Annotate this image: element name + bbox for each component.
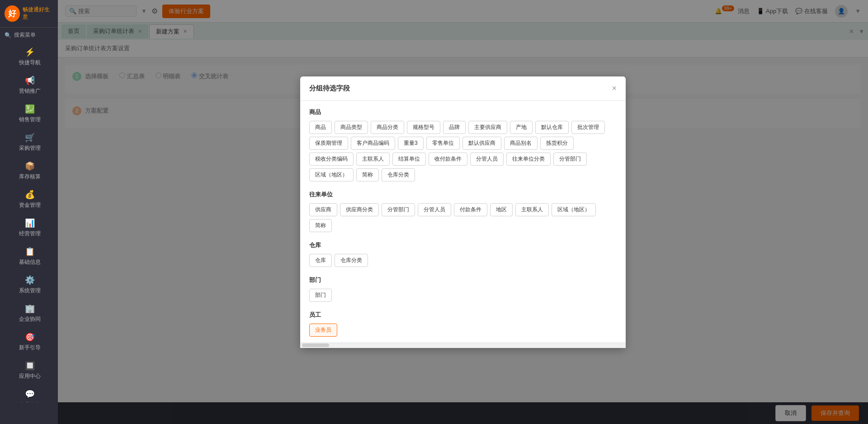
sidebar-label-purchase: 采购管理 <box>19 144 41 152</box>
sidebar-icon-operations: 📊 <box>25 218 35 228</box>
sidebar-label-guide: 新手引导 <box>19 344 41 352</box>
sidebar-item-operations[interactable]: 📊 经营管理 <box>0 214 58 242</box>
field-tag-product-0[interactable]: 商品 <box>309 121 332 134</box>
sidebar-icon-finance: 💰 <box>25 190 35 200</box>
section-title-partner: 往来单位 <box>309 191 617 199</box>
field-tag-warehouse-0[interactable]: 仓库 <box>309 254 332 267</box>
field-tag-product-8[interactable]: 批次管理 <box>571 121 605 134</box>
field-section-product: 商品商品商品类型商品分类规格型号品牌主要供应商产地默认仓库批次管理保质期管理客户… <box>309 108 617 181</box>
modal-close-button[interactable]: × <box>612 84 617 93</box>
sidebar-label-enterprise: 企业协同 <box>19 315 41 323</box>
field-tag-product-13[interactable]: 默认供应商 <box>462 137 501 150</box>
field-tag-product-4[interactable]: 品牌 <box>443 121 466 134</box>
field-tag-product-21[interactable]: 往来单位分类 <box>506 152 551 166</box>
field-tag-product-16[interactable]: 税收分类编码 <box>309 152 354 166</box>
sidebar-item-appstore[interactable]: 🔲 应用中心 <box>0 356 58 385</box>
modal-title: 分组待选字段 <box>309 84 350 93</box>
sidebar-icon-guide: 🎯 <box>25 332 35 342</box>
field-tag-partner-5[interactable]: 地区 <box>490 203 513 216</box>
field-tag-product-5[interactable]: 主要供应商 <box>468 121 507 134</box>
field-tag-product-12[interactable]: 零售单位 <box>426 137 460 150</box>
sidebar-item-guide[interactable]: 🎯 新手引导 <box>0 328 58 356</box>
sidebar-label-marketing: 营销推广 <box>19 87 41 95</box>
sidebar-label-system: 系统管理 <box>19 287 41 295</box>
field-tag-partner-2[interactable]: 分管部门 <box>382 203 415 216</box>
scrollbar-thumb[interactable] <box>302 343 329 347</box>
field-tags-product: 商品商品类型商品分类规格型号品牌主要供应商产地默认仓库批次管理保质期管理客户商品… <box>309 121 617 181</box>
sidebar-icon-appstore: 🔲 <box>25 361 35 371</box>
sidebar-icon-basic: 📋 <box>25 247 35 257</box>
field-tag-product-25[interactable]: 仓库分类 <box>382 168 415 181</box>
sidebar-icon-marketing: 📢 <box>25 76 35 86</box>
field-tag-product-9[interactable]: 保质期管理 <box>309 137 348 150</box>
modal-body: 商品商品商品类型商品分类规格型号品牌主要供应商产地默认仓库批次管理保质期管理客户… <box>300 101 626 343</box>
sidebar-icon-quick-nav: ⚡ <box>25 47 35 57</box>
field-tag-product-10[interactable]: 客户商品编码 <box>351 137 395 150</box>
field-tags-partner: 供应商供应商分类分管部门分管人员付款条件地区主联系人区域（地区）简称 <box>309 203 617 232</box>
section-title-product: 商品 <box>309 108 617 116</box>
field-tag-product-15[interactable]: 拣货积分 <box>540 137 574 150</box>
sidebar-item-system[interactable]: ⚙️ 系统管理 <box>0 271 58 299</box>
sidebar-item-quick-nav[interactable]: ⚡ 快捷导航 <box>0 43 58 71</box>
field-tag-product-18[interactable]: 结算单位 <box>392 152 426 166</box>
sidebar-icon-purchase: 🛒 <box>25 133 35 143</box>
field-tag-partner-4[interactable]: 付款条件 <box>454 203 487 216</box>
field-tag-product-7[interactable]: 默认仓库 <box>535 121 569 134</box>
field-tag-product-19[interactable]: 收付款条件 <box>429 152 467 166</box>
logo-icon: 好 <box>5 5 20 22</box>
sidebar: 好 畅捷通好生意 🔍 搜索菜单 ⚡ 快捷导航 📢 营销推广 💹 销售管理 🛒 采… <box>0 0 58 424</box>
sidebar-item-inventory[interactable]: 📦 库存核算 <box>0 157 58 185</box>
sidebar-icon-inventory: 📦 <box>25 161 35 171</box>
sidebar-item-basic[interactable]: 📋 基础信息 <box>0 242 58 271</box>
field-tag-product-22[interactable]: 分管部门 <box>553 152 587 166</box>
field-tags-warehouse: 仓库仓库分类 <box>309 254 617 267</box>
logo-text: 畅捷通好生意 <box>23 6 53 20</box>
search-menu[interactable]: 🔍 搜索菜单 <box>0 28 58 43</box>
sidebar-item-finance[interactable]: 💰 资金管理 <box>0 185 58 214</box>
sidebar-icon-sales: 💹 <box>25 104 35 114</box>
sidebar-icon-system: ⚙️ <box>25 275 35 285</box>
field-tag-partner-6[interactable]: 主联系人 <box>515 203 549 216</box>
field-tag-warehouse-1[interactable]: 仓库分类 <box>335 254 368 267</box>
field-tag-partner-3[interactable]: 分管人员 <box>418 203 451 216</box>
modal-header: 分组待选字段 × <box>300 76 626 101</box>
sidebar-label-finance: 资金管理 <box>19 201 41 209</box>
field-tag-product-3[interactable]: 规格型号 <box>407 121 440 134</box>
sidebar-item-marketing[interactable]: 📢 营销推广 <box>0 71 58 100</box>
field-tag-product-24[interactable]: 简称 <box>356 168 379 181</box>
sidebar-icon-wechat: 💬 <box>25 389 35 399</box>
sidebar-label-basic: 基础信息 <box>19 258 41 266</box>
field-section-partner: 往来单位供应商供应商分类分管部门分管人员付款条件地区主联系人区域（地区）简称 <box>309 191 617 232</box>
field-tag-product-14[interactable]: 商品别名 <box>504 137 538 150</box>
field-section-department: 部门部门 <box>309 276 617 302</box>
section-title-employee: 员工 <box>309 311 617 319</box>
sidebar-label-inventory: 库存核算 <box>19 173 41 181</box>
sidebar-label-quick-nav: 快捷导航 <box>19 59 41 67</box>
field-tag-employee-0[interactable]: 业务员 <box>309 324 337 337</box>
field-tag-product-1[interactable]: 商品类型 <box>335 121 368 134</box>
modal-horizontal-scrollbar[interactable] <box>300 343 626 348</box>
sidebar-item-sales[interactable]: 💹 销售管理 <box>0 100 58 128</box>
field-tag-product-2[interactable]: 商品分类 <box>371 121 404 134</box>
field-tag-product-6[interactable]: 产地 <box>510 121 533 134</box>
sidebar-item-enterprise[interactable]: 🏢 企业协同 <box>0 299 58 328</box>
field-tag-partner-8[interactable]: 简称 <box>309 219 332 232</box>
sidebar-icon-enterprise: 🏢 <box>25 304 35 314</box>
field-tag-product-23[interactable]: 区域（地区） <box>309 168 354 181</box>
field-tag-partner-0[interactable]: 供应商 <box>309 203 337 216</box>
field-tag-product-20[interactable]: 分管人员 <box>470 152 504 166</box>
section-title-department: 部门 <box>309 276 617 284</box>
field-tag-partner-7[interactable]: 区域（地区） <box>552 203 596 216</box>
field-tag-department-0[interactable]: 部门 <box>309 289 332 302</box>
modal-overlay: 分组待选字段 × 商品商品商品类型商品分类规格型号品牌主要供应商产地默认仓库批次… <box>58 0 868 424</box>
sidebar-label-sales: 销售管理 <box>19 116 41 124</box>
field-tags-employee: 业务员 <box>309 324 617 337</box>
sidebar-item-purchase[interactable]: 🛒 采购管理 <box>0 128 58 157</box>
field-tag-partner-1[interactable]: 供应商分类 <box>340 203 379 216</box>
section-title-warehouse: 仓库 <box>309 241 617 249</box>
field-tags-department: 部门 <box>309 289 617 302</box>
field-tag-product-11[interactable]: 重量3 <box>398 137 424 150</box>
app-logo: 好 畅捷通好生意 <box>0 0 58 28</box>
modal-dialog: 分组待选字段 × 商品商品商品类型商品分类规格型号品牌主要供应商产地默认仓库批次… <box>300 76 626 348</box>
field-tag-product-17[interactable]: 主联系人 <box>356 152 390 166</box>
